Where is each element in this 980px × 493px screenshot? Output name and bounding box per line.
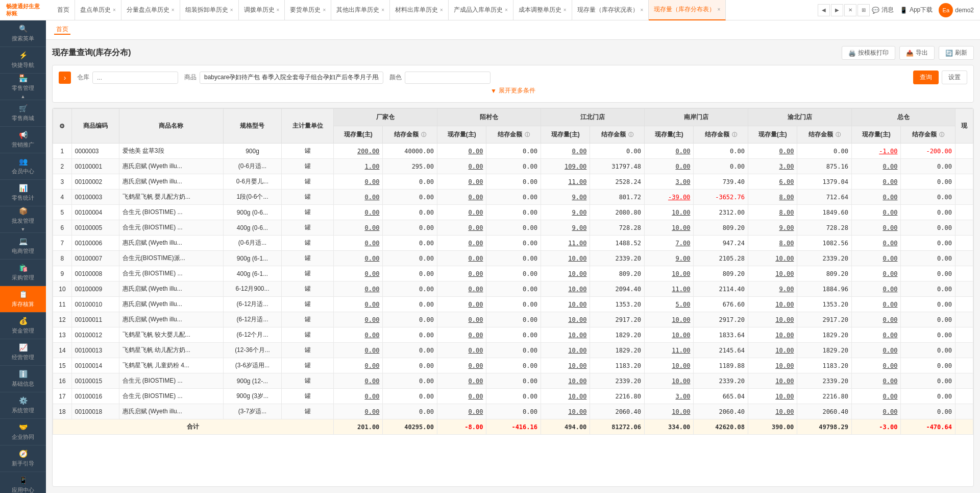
cell-factory-qty[interactable]: 0.00 <box>333 389 382 404</box>
cell-jiangbei-qty[interactable]: 9.00 <box>541 205 590 220</box>
cell-total-qty[interactable]: 0.00 <box>851 358 900 373</box>
cell-mocun-qty[interactable]: 0.00 <box>437 251 486 266</box>
sidebar-item-search[interactable]: 🔍 搜索英单 <box>0 20 46 47</box>
cell-factory-qty[interactable]: 0.00 <box>333 297 382 312</box>
product-input[interactable] <box>200 72 383 84</box>
refresh-btn[interactable]: 🔄 刷新 <box>939 46 974 60</box>
sidebar-item-ecommerce[interactable]: 💻 电商管理 <box>0 233 46 260</box>
query-btn[interactable]: 查询 <box>913 71 939 84</box>
cell-yubei-qty[interactable]: 0.00 <box>748 144 797 159</box>
batch-print-btn[interactable]: 🖨️ 按模板打印 <box>842 46 895 60</box>
cell-jiangbei-qty[interactable]: 109.00 <box>541 159 590 174</box>
cell-yubei-qty[interactable]: 3.00 <box>748 159 797 174</box>
sidebar-item-operations[interactable]: 📈 经营管理 <box>0 339 46 366</box>
cell-total-qty[interactable]: 0.00 <box>851 281 900 297</box>
cell-factory-qty[interactable]: 200.00 <box>333 144 382 159</box>
cell-yubei-qty[interactable]: 6.00 <box>748 174 797 190</box>
cell-mocun-qty[interactable]: 0.00 <box>437 404 486 419</box>
cell-nanan-qty[interactable]: 11.00 <box>644 343 693 358</box>
cell-total-qty[interactable]: 0.00 <box>851 190 900 205</box>
sidebar-item-cooperation[interactable]: 🤝 企业协同 <box>0 419 46 445</box>
cell-factory-qty[interactable]: 0.00 <box>333 373 382 389</box>
cell-factory-qty[interactable]: 0.00 <box>333 236 382 251</box>
cell-factory-qty[interactable]: 0.00 <box>333 358 382 373</box>
user-area[interactable]: Ea demo2 <box>939 3 974 17</box>
cell-yubei-qty[interactable]: 10.00 <box>748 404 797 419</box>
tab-close-stock-status[interactable]: × <box>641 7 644 13</box>
message-btn[interactable]: 💬 消息 <box>872 6 894 14</box>
tab-expand-btn[interactable]: ⊞ <box>857 4 870 16</box>
sidebar-item-member[interactable]: 👥 会员中心 <box>0 153 46 180</box>
cell-factory-qty[interactable]: 0.00 <box>333 343 382 358</box>
cell-nanan-qty[interactable]: -39.00 <box>644 190 693 205</box>
export-btn[interactable]: 📤 导出 <box>899 46 935 60</box>
tab-home[interactable]: 首页 <box>52 0 75 20</box>
sidebar-item-finance[interactable]: 💰 资金管理 <box>0 313 46 339</box>
cell-factory-qty[interactable]: 0.00 <box>333 220 382 236</box>
cell-factory-qty[interactable]: 0.00 <box>333 281 382 297</box>
cell-mocun-qty[interactable]: 0.00 <box>437 281 486 297</box>
cell-yubei-qty[interactable]: 10.00 <box>748 266 797 281</box>
sidebar-item-marketing[interactable]: 📢 营销推广 <box>0 127 46 153</box>
sidebar-item-wholesale-mgmt[interactable]: 📦 批发管理 ▼ <box>0 206 46 233</box>
cell-total-qty[interactable]: 0.00 <box>851 251 900 266</box>
tab-other-out[interactable]: 其他出库单历史× <box>331 0 390 20</box>
cell-total-qty[interactable]: 0.00 <box>851 312 900 327</box>
cell-factory-qty[interactable]: 0.00 <box>333 190 382 205</box>
cell-total-qty[interactable]: -1.00 <box>851 144 900 159</box>
filter-toggle-btn[interactable]: › <box>59 72 71 84</box>
tab-prev-btn[interactable]: ◀ <box>818 4 830 16</box>
sidebar-item-purchase[interactable]: 🛍️ 采购管理 <box>0 260 46 286</box>
tab-close-transfer[interactable]: × <box>277 7 280 13</box>
cell-mocun-qty[interactable]: 0.00 <box>437 174 486 190</box>
cell-nanan-qty[interactable]: 11.00 <box>644 281 693 297</box>
cell-nanan-qty[interactable]: 9.00 <box>644 251 693 266</box>
cell-factory-qty[interactable]: 0.00 <box>333 312 382 327</box>
cell-nanan-qty[interactable]: 0.00 <box>644 159 693 174</box>
cell-factory-qty[interactable]: 1.00 <box>333 159 382 174</box>
cell-mocun-qty[interactable]: 0.00 <box>437 144 486 159</box>
cell-jiangbei-qty[interactable]: 10.00 <box>541 373 590 389</box>
sidebar-item-inventory[interactable]: 📋 库存核算 <box>0 286 46 313</box>
expand-more-btn[interactable]: ▼ 展开更多条件 <box>491 86 535 95</box>
tab-cost-adjust[interactable]: 成本调整单历史× <box>513 0 572 20</box>
app-download-btn[interactable]: 📱 App下载 <box>900 6 933 14</box>
cell-yubei-qty[interactable]: 9.00 <box>748 281 797 297</box>
cell-jiangbei-qty[interactable]: 10.00 <box>541 327 590 343</box>
col-settings[interactable]: ⚙ <box>53 109 72 144</box>
cell-total-qty[interactable]: 0.00 <box>851 404 900 419</box>
cell-jiangbei-qty[interactable]: 10.00 <box>541 312 590 327</box>
cell-nanan-qty[interactable]: 7.00 <box>644 236 693 251</box>
cell-nanan-qty[interactable]: 10.00 <box>644 266 693 281</box>
cell-mocun-qty[interactable]: 0.00 <box>437 389 486 404</box>
cell-total-qty[interactable]: 0.00 <box>851 174 900 190</box>
cell-factory-qty[interactable]: 0.00 <box>333 327 382 343</box>
tab-material-out[interactable]: 材料出库单历史× <box>390 0 449 20</box>
cell-yubei-qty[interactable]: 8.00 <box>748 190 797 205</box>
tab-close-product-in[interactable]: × <box>505 7 508 13</box>
cell-jiangbei-qty[interactable]: 9.00 <box>541 220 590 236</box>
cell-factory-qty[interactable]: 0.00 <box>333 266 382 281</box>
cell-yubei-qty[interactable]: 10.00 <box>748 389 797 404</box>
cell-total-qty[interactable]: 0.00 <box>851 297 900 312</box>
cell-total-qty[interactable]: 0.00 <box>851 373 900 389</box>
cell-jiangbei-qty[interactable]: 0.00 <box>541 144 590 159</box>
tab-close-sub-inventory-count[interactable]: × <box>172 7 175 13</box>
cell-mocun-qty[interactable]: 0.00 <box>437 190 486 205</box>
cell-total-qty[interactable]: 0.00 <box>851 343 900 358</box>
tab-stock-dist[interactable]: 现存量（库存分布表）× <box>649 0 726 20</box>
cell-yubei-qty[interactable]: 10.00 <box>748 327 797 343</box>
tab-close-request[interactable]: × <box>323 7 326 13</box>
tab-sub-inventory-count[interactable]: 分量盘点单历史× <box>121 0 180 20</box>
tab-transfer[interactable]: 调拨单历史× <box>239 0 285 20</box>
cell-yubei-qty[interactable]: 10.00 <box>748 343 797 358</box>
sidebar-item-basic-info[interactable]: ℹ️ 基础信息 <box>0 366 46 392</box>
cell-mocun-qty[interactable]: 0.00 <box>437 220 486 236</box>
tab-product-in[interactable]: 产成品入库单历史× <box>449 0 513 20</box>
cell-jiangbei-qty[interactable]: 11.00 <box>541 174 590 190</box>
cell-jiangbei-qty[interactable]: 11.00 <box>541 236 590 251</box>
cell-total-qty[interactable]: 0.00 <box>851 205 900 220</box>
cell-nanan-qty[interactable]: 10.00 <box>644 358 693 373</box>
cell-factory-qty[interactable]: 0.00 <box>333 205 382 220</box>
sidebar-item-retail-mall[interactable]: 🛒 零售商城 <box>0 100 46 127</box>
